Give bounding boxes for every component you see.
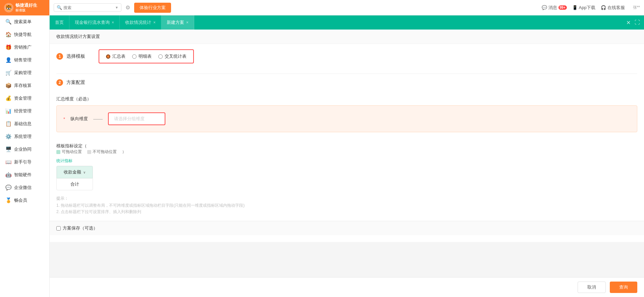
sidebar-item-label: 企业微信 xyxy=(14,185,32,191)
message-badge: 99+ xyxy=(558,5,567,10)
system-icon: ⚙️ xyxy=(5,134,11,140)
support-item[interactable]: 🎧 在线客服 xyxy=(601,5,625,11)
section1: 1 选择模板 汇总表 明细表 xyxy=(50,44,644,73)
sidebar-item-label: 库存核算 xyxy=(14,83,32,89)
sidebar-item-label: 智能硬件 xyxy=(14,172,32,178)
tab-collection-stat[interactable]: 收款情况统计 × xyxy=(120,15,161,30)
logo-sub-text: 标准版 xyxy=(15,8,37,13)
sidebar-item-label: 企业协同 xyxy=(14,146,32,152)
radio-cross-label: 交叉统计表 xyxy=(165,53,186,59)
sidebar-item-search-menu[interactable]: 🔍 搜索菜单 xyxy=(0,15,49,28)
close-paren: ） xyxy=(122,149,126,155)
close-all-btn[interactable]: ✕ xyxy=(626,19,631,26)
fixed-color-box xyxy=(87,150,91,154)
sidebar-item-inventory[interactable]: 📦 库存核算 xyxy=(0,79,49,92)
sidebar-item-operations[interactable]: 📊 经营管理 xyxy=(0,105,49,117)
sidebar-item-label: 新手引导 xyxy=(14,159,32,165)
member-icon: 🏅 xyxy=(5,197,11,203)
metrics-cell-subtotal: 合计 xyxy=(57,178,93,190)
section2-number: 2 xyxy=(56,79,63,86)
config-section: 汇总维度（必选） * 纵向维度 —— 请选择分组维度 xyxy=(50,96,644,143)
sidebar-item-quick-nav[interactable]: 🏠 快捷导航 xyxy=(0,28,49,41)
fixed-label: 不可拖动位置 xyxy=(93,149,117,155)
sidebar-item-label: 销售管理 xyxy=(14,57,32,63)
message-icon: 💬 xyxy=(542,5,547,10)
search-input[interactable] xyxy=(63,5,114,10)
sidebar-item-label: 搜索菜单 xyxy=(14,19,32,25)
sidebar-item-finance[interactable]: 💰 资金管理 xyxy=(0,92,49,105)
tabbar: 首页 现金银行流水查询 × 收款情况统计 × 新建方案 × ✕ ⛶ xyxy=(50,15,644,30)
wechat-icon: 💬 xyxy=(5,185,11,191)
purchase-icon: 🛒 xyxy=(5,70,11,76)
tab-home[interactable]: 首页 xyxy=(50,15,69,30)
sidebar-item-purchase[interactable]: 🛒 采购管理 xyxy=(0,66,49,79)
support-icon: 🎧 xyxy=(601,5,606,10)
sidebar-item-label: 经营管理 xyxy=(14,108,32,114)
query-button[interactable]: 查询 xyxy=(610,282,637,293)
metrics-label-row: 统计指标 xyxy=(56,158,637,164)
message-label: 消息 xyxy=(548,5,557,11)
search-wrap[interactable]: 🔍 ▼ xyxy=(54,3,121,12)
sidebar-item-marketing[interactable]: 🎁 营销推广 xyxy=(0,41,49,54)
sidebar-item-label: 采购管理 xyxy=(14,70,32,76)
home-icon: 🏠 xyxy=(5,32,11,38)
footer: 取消 查询 xyxy=(50,277,644,297)
sidebar-item-sales[interactable]: 👤 销售管理 xyxy=(0,54,49,66)
metrics-legend: 可拖动位置 不可拖动位置 ） xyxy=(56,149,637,155)
radio-summary-input[interactable] xyxy=(106,54,110,59)
section2-title: 方案配置 xyxy=(66,80,85,86)
settings-icon[interactable]: ⚙ xyxy=(125,4,130,11)
radio-cross[interactable]: 交叉统计表 xyxy=(158,53,186,59)
topbar-right: 💬 消息 99+ 📱 App下载 🎧 在线客服 张** xyxy=(542,5,640,11)
content-wrap: 收款情况统计方案设置 1 选择模板 汇总表 xyxy=(50,30,644,277)
radio-detail[interactable]: 明细表 xyxy=(132,53,152,59)
sidebar-item-basic-info[interactable]: 📋 基础信息 xyxy=(0,117,49,130)
gift-icon: 🎁 xyxy=(5,44,11,50)
metrics-section: 模板指标设定（ 可拖动位置 不可拖动位置 ） xyxy=(50,143,644,196)
sidebar-item-wechat[interactable]: 💬 企业微信 xyxy=(0,181,49,194)
sidebar: 🐯 畅捷通好生 标准版 🔍 搜索菜单 🏠 快捷导航 🎁 营销推广 👤 销售管理 … xyxy=(0,0,50,297)
metrics-cell-amount[interactable]: 收款金额 ∨ xyxy=(57,166,93,178)
radio-detail-input[interactable] xyxy=(132,54,137,59)
tab-new-scheme[interactable]: 新建方案 × xyxy=(161,15,194,30)
radio-summary[interactable]: 汇总表 xyxy=(106,53,125,59)
search-icon: 🔍 xyxy=(5,19,11,25)
draggable-label: 可拖动位置 xyxy=(62,149,82,155)
dimension-select[interactable]: 请选择分组维度 xyxy=(108,112,165,125)
main-area: 🔍 ▼ ⚙ 体验行业方案 💬 消息 99+ 📱 App下载 🎧 在线客服 张** xyxy=(50,0,644,297)
enterprise-icon: 🖥️ xyxy=(5,146,11,152)
tab-collection-stat-close[interactable]: × xyxy=(153,20,156,25)
radio-detail-label: 明细表 xyxy=(139,53,152,59)
page-title: 收款情况统计方案设置 xyxy=(50,30,644,44)
sidebar-item-enterprise[interactable]: 🖥️ 企业协同 xyxy=(0,143,49,156)
cancel-button[interactable]: 取消 xyxy=(578,282,606,293)
sidebar-item-guide[interactable]: 📖 新手引导 xyxy=(0,156,49,168)
tab-bank-flow-close[interactable]: × xyxy=(112,20,114,25)
tips-area: 提示： 1. 拖动标题栏可以调整布局，不可跨维度或指标区域拖动栏目字段(只能在同… xyxy=(50,196,644,221)
expand-btn[interactable]: ⛶ xyxy=(635,19,640,26)
tab-bank-flow[interactable]: 现金银行流水查询 × xyxy=(69,15,120,30)
topbar: 🔍 ▼ ⚙ 体验行业方案 💬 消息 99+ 📱 App下载 🎧 在线客服 张** xyxy=(50,0,644,15)
tip-item-1: 1. 拖动标题栏可以调整布局，不可跨维度或指标区域拖动栏目字段(只能在同一维度或… xyxy=(56,203,637,208)
dimension-row: * 纵向维度 —— 请选择分组维度 xyxy=(63,112,630,125)
radio-summary-label: 汇总表 xyxy=(112,53,125,59)
industry-btn[interactable]: 体验行业方案 xyxy=(134,3,171,13)
tip-item-2: 2. 点击标题栏下拉可设置排序、插入列和删除列 xyxy=(56,209,637,215)
app-download-item[interactable]: 📱 App下载 xyxy=(572,5,595,11)
metrics-title: 模板指标设定（ xyxy=(56,143,87,148)
radio-cross-input[interactable] xyxy=(158,54,163,59)
dimension-config-label: 汇总维度（必选） xyxy=(56,96,637,102)
metrics-section-label: 统计指标 xyxy=(56,158,72,164)
operations-icon: 📊 xyxy=(5,108,11,114)
tab-bank-flow-label: 现金银行流水查询 xyxy=(75,19,110,26)
sidebar-item-member[interactable]: 🏅 畅会员 xyxy=(0,194,49,207)
save-checkbox[interactable] xyxy=(56,226,61,231)
sidebar-item-hardware[interactable]: 🤖 智能硬件 xyxy=(0,168,49,181)
message-item[interactable]: 💬 消息 99+ xyxy=(542,5,567,11)
save-option-label: 方案保存（可选） xyxy=(63,225,98,231)
tab-new-scheme-close[interactable]: × xyxy=(186,20,189,25)
sidebar-item-system[interactable]: ⚙️ 系统管理 xyxy=(0,130,49,143)
logo-icon: 🐯 xyxy=(4,3,13,12)
template-options-box: 汇总表 明细表 交叉统计表 xyxy=(99,49,194,63)
logo-main-text: 畅捷通好生 xyxy=(15,3,37,8)
